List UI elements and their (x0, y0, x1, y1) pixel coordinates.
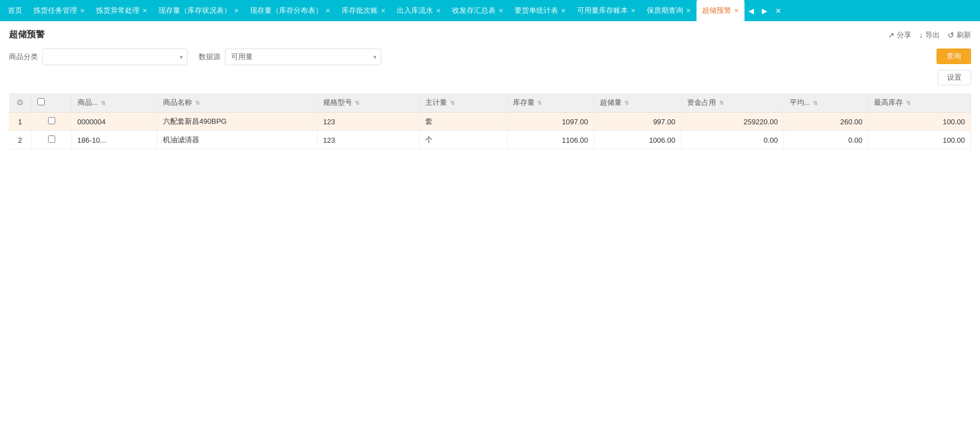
nav-next-button[interactable]: ▶ (758, 0, 771, 21)
header-actions: ↗ 分享 ↓ 导出 ↺ 刷新 (888, 30, 971, 40)
col-header-product-code[interactable]: 商品... ⇅ (71, 93, 157, 113)
row-checkbox-0[interactable] (31, 113, 71, 131)
nav-pick-task-label: 拣货任务管理 (33, 6, 77, 16)
nav-prev-button[interactable]: ◀ (744, 0, 758, 21)
row-checkbox-1[interactable] (31, 131, 71, 149)
nav-close-overstock[interactable]: ✕ (734, 7, 739, 14)
nav-close-pick-task[interactable]: ✕ (80, 7, 85, 14)
nav-item-overstock[interactable]: 超储预警 ✕ (696, 0, 744, 21)
nav-close-recv-send[interactable]: ✕ (498, 7, 503, 14)
cell-product-code-0: 0000004 (71, 113, 157, 131)
cell-capital-usage-1: 0.00 (681, 131, 784, 149)
col-label-avg: 平均... (790, 98, 810, 106)
nav-home-label: 首页 (8, 6, 22, 16)
category-select[interactable] (42, 49, 188, 65)
col-header-product-name[interactable]: 商品名称 ⇅ (157, 93, 318, 113)
col-label-max-stock: 最高库存 (874, 98, 903, 106)
filter-datasource: 数据源 可用量 ▾ (199, 49, 381, 65)
filter-buttons: 查询 设置 (936, 49, 971, 85)
datasource-select[interactable]: 可用量 (225, 49, 381, 65)
nav-item-batch-ledger[interactable]: 库存批次账 ✕ (336, 0, 391, 21)
col-header-overstock-qty[interactable]: 超储量 ⇅ (594, 93, 681, 113)
refresh-button[interactable]: ↺ 刷新 (948, 30, 971, 40)
cell-max-stock-1: 100.00 (868, 131, 971, 149)
col-label-spec: 规格型号 (323, 98, 352, 106)
sort-icon-capital-usage: ⇅ (719, 100, 724, 106)
nav-stock-dist-label: 现存量（库存分布表） (250, 6, 323, 16)
sort-icon-overstock-qty: ⇅ (624, 100, 629, 106)
nav-close-shelf-life[interactable]: ✕ (686, 7, 691, 14)
nav-close-inout-flow[interactable]: ✕ (436, 7, 441, 14)
nav-close-available-ledger[interactable]: ✕ (631, 7, 636, 14)
cell-capital-usage-0: 259220.00 (681, 113, 784, 131)
nav-item-order-stats[interactable]: 要货单统计表 ✕ (509, 0, 571, 21)
nav-stock-status-label: 现存量（库存状况表） (158, 6, 231, 16)
sort-icon-max-stock: ⇅ (906, 100, 911, 106)
nav-pick-exception-label: 拣货异常处理 (96, 6, 140, 16)
col-header-avg[interactable]: 平均... ⇅ (784, 93, 868, 113)
cell-product-name-1: 机油滤清器 (157, 131, 318, 149)
table-row: 1 0000004 六配套新昌490BPG 123 套 1097.00 997.… (9, 113, 971, 131)
page-title: 超储预警 (9, 29, 45, 41)
nav-item-stock-status[interactable]: 现存量（库存状况表） ✕ (153, 0, 244, 21)
col-header-unit[interactable]: 主计量 ⇅ (420, 93, 507, 113)
cell-spec-0: 123 (317, 113, 420, 131)
export-button[interactable]: ↓ 导出 (919, 30, 940, 40)
cell-avg-0: 260.00 (784, 113, 868, 131)
top-navigation: 首页 拣货任务管理 ✕ 拣货异常处理 ✕ 现存量（库存状况表） ✕ 现存量（库存… (0, 0, 980, 21)
share-label: 分享 (897, 30, 911, 40)
settings-button[interactable]: 设置 (938, 70, 971, 85)
nav-item-pick-exception[interactable]: 拣货异常处理 ✕ (90, 0, 153, 21)
row-num-1: 2 (9, 131, 31, 149)
nav-item-shelf-life[interactable]: 保质期查询 ✕ (641, 0, 696, 21)
nav-close-pick-exception[interactable]: ✕ (142, 7, 147, 14)
cell-stock-qty-1: 1106.00 (507, 131, 594, 149)
nav-close-stock-status[interactable]: ✕ (234, 7, 239, 14)
cell-overstock-qty-1: 1006.00 (594, 131, 681, 149)
col-header-checkbox[interactable] (31, 93, 71, 113)
cell-avg-1: 0.00 (784, 131, 868, 149)
nav-item-available-ledger[interactable]: 可用量库存账本 ✕ (571, 0, 641, 21)
nav-close-order-stats[interactable]: ✕ (561, 7, 566, 14)
select-all-checkbox[interactable] (37, 98, 45, 105)
nav-batch-ledger-label: 库存批次账 (342, 6, 378, 16)
col-label-unit: 主计量 (425, 98, 447, 106)
nav-item-inout-flow[interactable]: 出入库流水 ✕ (391, 0, 446, 21)
sort-icon-unit: ⇅ (450, 100, 455, 106)
col-header-settings[interactable]: ⚙ (9, 93, 31, 113)
nav-close-button[interactable]: ✕ (771, 0, 785, 21)
col-label-product-code: 商品... (78, 98, 98, 106)
row-select-checkbox-0[interactable] (48, 117, 55, 124)
share-button[interactable]: ↗ 分享 (888, 30, 911, 40)
nav-item-pick-task[interactable]: 拣货任务管理 ✕ (28, 0, 90, 21)
table-gear-icon[interactable]: ⚙ (16, 98, 23, 107)
share-icon: ↗ (888, 31, 895, 40)
refresh-label: 刷新 (957, 30, 971, 40)
nav-item-recv-send[interactable]: 收发存汇总表 ✕ (446, 0, 509, 21)
datasource-select-value: 可用量 (231, 52, 253, 62)
category-select-wrapper: ▾ (42, 49, 188, 65)
nav-close-stock-dist[interactable]: ✕ (325, 7, 330, 14)
col-header-capital-usage[interactable]: 资金占用 ⇅ (681, 93, 784, 113)
sort-icon-spec: ⇅ (355, 100, 359, 106)
nav-item-stock-dist[interactable]: 现存量（库存分布表） ✕ (244, 0, 336, 21)
nav-close-batch-ledger[interactable]: ✕ (381, 7, 386, 14)
col-label-capital-usage: 资金占用 (687, 98, 716, 106)
datasource-filter-label: 数据源 (199, 52, 220, 62)
nav-inout-flow-label: 出入库流水 (397, 6, 433, 16)
row-select-checkbox-1[interactable] (48, 135, 55, 143)
data-table: ⚙ 商品... ⇅ 商品名称 ⇅ 规格型号 ⇅ 主计量 (9, 93, 971, 149)
sort-icon-avg: ⇅ (813, 100, 818, 106)
nav-overstock-label: 超储预警 (702, 6, 731, 16)
cell-spec-1: 123 (317, 131, 420, 149)
col-label-product-name: 商品名称 (163, 98, 192, 106)
sort-icon-stock-qty: ⇅ (537, 100, 542, 106)
nav-item-home[interactable]: 首页 (2, 0, 28, 21)
col-header-max-stock[interactable]: 最高库存 ⇅ (868, 93, 971, 113)
col-header-spec[interactable]: 规格型号 ⇅ (317, 93, 420, 113)
sort-icon-product-code: ⇅ (101, 100, 105, 106)
query-button[interactable]: 查询 (936, 49, 971, 64)
page-container: 超储预警 ↗ 分享 ↓ 导出 ↺ 刷新 商品分类 ▾ (0, 21, 980, 446)
datasource-select-wrapper: 可用量 ▾ (225, 49, 381, 65)
col-header-stock-qty[interactable]: 库存量 ⇅ (507, 93, 594, 113)
